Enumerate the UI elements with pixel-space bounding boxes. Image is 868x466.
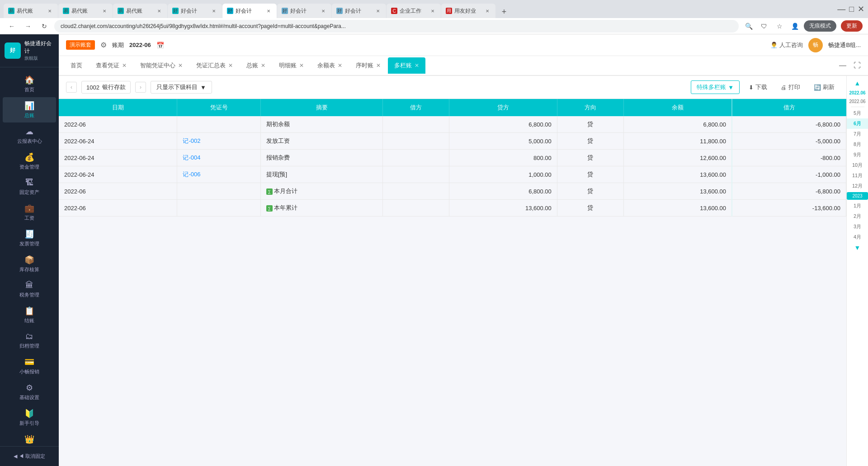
timeline-item-1[interactable]: 2022.06 bbox=[847, 97, 868, 106]
tab-expand-icon[interactable]: ⛶ bbox=[852, 60, 863, 71]
timeline-down-button[interactable]: ▼ bbox=[853, 242, 863, 253]
url-bar[interactable]: cloud2.chanjet.com/accounting/uh26t264j5… bbox=[54, 20, 739, 33]
tab-smart-voucher-close[interactable]: ✕ bbox=[178, 62, 183, 69]
demo-badge[interactable]: 演示账套 bbox=[66, 40, 95, 50]
tab-voucher-summary-close[interactable]: ✕ bbox=[228, 62, 233, 69]
tab-close-3[interactable]: ✕ bbox=[156, 7, 163, 14]
tab-close-8[interactable]: ✕ bbox=[429, 7, 436, 14]
cell-voucher-no[interactable]: 记-006 bbox=[177, 166, 260, 183]
tab-detail-ledger-close[interactable]: ✕ bbox=[299, 62, 304, 69]
timeline-item-5month[interactable]: 5月 bbox=[847, 108, 868, 118]
sidebar-item-new-guide[interactable]: 🔰 新手引导 bbox=[3, 405, 56, 430]
minimize-button[interactable]: — bbox=[837, 5, 845, 14]
user-avatar[interactable]: 畅 bbox=[808, 38, 823, 52]
cell-voucher-no[interactable]: 记-002 bbox=[177, 133, 260, 150]
tab-balance-table-close[interactable]: ✕ bbox=[338, 62, 342, 69]
sidebar-item-inventory[interactable]: 📦 库存核算 bbox=[3, 251, 56, 277]
tab-close-2[interactable]: ✕ bbox=[101, 7, 108, 14]
search-icon[interactable]: 🔍 bbox=[742, 20, 755, 33]
print-button[interactable]: 🖨 打印 bbox=[776, 81, 805, 94]
sidebar-item-fixed-assets[interactable]: 🏗 固定资产 bbox=[3, 174, 56, 199]
voucher-link[interactable]: 记-006 bbox=[183, 171, 200, 178]
next-subject-button[interactable]: › bbox=[135, 82, 146, 93]
sidebar-item-archive-mgmt[interactable]: 🗂 归档管理 bbox=[3, 328, 56, 353]
timeline-item-1month[interactable]: 1月 bbox=[847, 201, 868, 211]
tab-journal-close[interactable]: ✕ bbox=[376, 62, 381, 69]
profile-icon[interactable]: 👤 bbox=[788, 20, 801, 33]
timeline-item-0[interactable]: 2022.06 bbox=[847, 89, 868, 97]
forward-button[interactable]: → bbox=[22, 20, 34, 33]
sidebar-item-basic-settings[interactable]: ⚙ 基础设置 bbox=[3, 379, 56, 405]
browser-tab-9[interactable]: 用 用友好业 ✕ bbox=[441, 4, 495, 18]
sidebar-item-general-ledger[interactable]: 📊 总账 bbox=[3, 97, 56, 122]
timeline-item-6month[interactable]: 6月 bbox=[847, 118, 868, 129]
tab-multi-column[interactable]: 多栏账 ✕ bbox=[388, 57, 425, 74]
special-multi-button[interactable]: 特殊多栏账 ▼ bbox=[691, 80, 740, 94]
consultation-button[interactable]: 👨‍💼 人工咨询 bbox=[770, 41, 803, 49]
back-button[interactable]: ← bbox=[5, 20, 18, 33]
timeline-item-10month[interactable]: 10月 bbox=[847, 160, 868, 170]
close-button[interactable]: ✕ bbox=[858, 4, 864, 14]
browser-tab-5[interactable]: 好 好会计 ✕ bbox=[222, 4, 277, 18]
tab-voucher-summary[interactable]: 凭证汇总表 ✕ bbox=[190, 57, 239, 74]
tab-view-voucher-close[interactable]: ✕ bbox=[122, 62, 127, 69]
timeline-item-9month[interactable]: 9月 bbox=[847, 150, 868, 160]
update-button[interactable]: 更新 bbox=[841, 20, 863, 32]
tab-close-4[interactable]: ✕ bbox=[210, 7, 217, 14]
browser-tab-2[interactable]: 易 易代账 ✕ bbox=[58, 4, 113, 18]
timeline-item-4month[interactable]: 4月 bbox=[847, 232, 868, 242]
user-name[interactable]: 畅捷通B组... bbox=[828, 41, 861, 49]
sidebar-pin-button[interactable]: ◀ ◀ 取消固定 bbox=[0, 450, 59, 462]
timeline-item-2month[interactable]: 2月 bbox=[847, 211, 868, 221]
filter-dropdown[interactable]: 只显示下级科目 ▼ bbox=[151, 81, 212, 94]
tab-view-voucher[interactable]: 查看凭证 ✕ bbox=[90, 57, 133, 74]
sidebar-item-payroll[interactable]: 💼 工资 bbox=[3, 200, 56, 225]
sidebar-item-fund-mgmt[interactable]: 💰 资金管理 bbox=[3, 149, 56, 174]
timeline-item-3month[interactable]: 3月 bbox=[847, 221, 868, 232]
sidebar-item-settlement[interactable]: 📋 结账 bbox=[3, 302, 56, 328]
tab-detail-ledger[interactable]: 明细账 ✕ bbox=[273, 57, 310, 74]
download-button[interactable]: ⬇ 下载 bbox=[744, 81, 772, 94]
tab-close-6[interactable]: ✕ bbox=[320, 7, 327, 14]
browser-tab-7[interactable]: 好 好会计 ✕ bbox=[332, 4, 386, 18]
tab-general-ledger-close[interactable]: ✕ bbox=[261, 62, 265, 69]
header-gear-icon[interactable]: ⚙ bbox=[100, 41, 107, 49]
prev-subject-button[interactable]: ‹ bbox=[66, 82, 77, 93]
sidebar-item-invoice-mgmt[interactable]: 🧾 发票管理 bbox=[3, 226, 56, 251]
tab-close-7[interactable]: ✕ bbox=[374, 7, 382, 14]
subject-selector[interactable]: 1002 银行存款 bbox=[81, 81, 131, 94]
new-tab-button[interactable]: + bbox=[498, 5, 510, 18]
timeline-item-11month[interactable]: 11月 bbox=[847, 170, 868, 181]
timeline-item-7month[interactable]: 7月 bbox=[847, 129, 868, 139]
no-trace-button[interactable]: 无痕模式 bbox=[804, 20, 836, 32]
browser-tab-1[interactable]: 易 易代账 ✕ bbox=[4, 4, 58, 18]
browser-tab-6[interactable]: 好 好会计 ✕ bbox=[277, 4, 331, 18]
tab-close-1[interactable]: ✕ bbox=[46, 7, 53, 14]
browser-tab-4[interactable]: 好 好会计 ✕ bbox=[168, 4, 222, 18]
star-icon[interactable]: ☆ bbox=[773, 20, 786, 33]
cell-voucher-no[interactable]: 记-004 bbox=[177, 150, 260, 166]
tab-multi-column-close[interactable]: ✕ bbox=[415, 62, 419, 69]
tab-balance-table[interactable]: 余额表 ✕ bbox=[311, 57, 349, 74]
tab-home[interactable]: 首页 bbox=[64, 57, 89, 74]
sidebar-item-expense[interactable]: 💳 小畅报销 bbox=[3, 353, 56, 379]
browser-tab-3[interactable]: 易 易代账 ✕ bbox=[113, 4, 167, 18]
timeline-up-button[interactable]: ▲ bbox=[853, 78, 863, 89]
tab-smart-voucher[interactable]: 智能凭证中心 ✕ bbox=[134, 57, 189, 74]
timeline-item-8month[interactable]: 8月 bbox=[847, 139, 868, 150]
refresh-button[interactable]: ↻ bbox=[38, 20, 51, 33]
tab-general-ledger[interactable]: 总账 ✕ bbox=[240, 57, 272, 74]
voucher-link[interactable]: 记-004 bbox=[183, 154, 200, 161]
sidebar-item-tax-mgmt[interactable]: 🏛 税务管理 bbox=[3, 277, 56, 302]
tab-journal[interactable]: 序时账 ✕ bbox=[349, 57, 387, 74]
tab-close-9[interactable]: ✕ bbox=[484, 7, 491, 14]
voucher-link[interactable]: 记-002 bbox=[183, 137, 200, 144]
maximize-button[interactable]: □ bbox=[849, 5, 854, 14]
sidebar-item-cloud-report[interactable]: ☁ 云报表中心 bbox=[3, 123, 56, 148]
tab-collapse-icon[interactable]: — bbox=[837, 60, 848, 71]
browser-tab-8[interactable]: C 企业工作 ✕ bbox=[387, 4, 441, 18]
sidebar-item-member[interactable]: 👑 畅会员 bbox=[3, 431, 56, 446]
calendar-icon[interactable]: 📅 bbox=[156, 42, 164, 49]
tab-close-5[interactable]: ✕ bbox=[265, 7, 272, 14]
sidebar-item-home[interactable]: 🏠 首页 bbox=[3, 71, 56, 97]
